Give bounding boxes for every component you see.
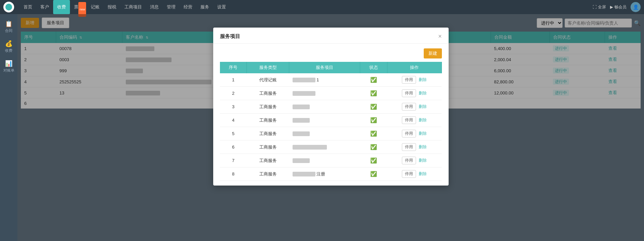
modal-cell-action[interactable]: 停用 删除 xyxy=(387,140,442,154)
sidebar-item-contract[interactable]: 📋 合同 xyxy=(1,17,17,36)
nav-fee[interactable]: 收费 xyxy=(53,0,70,14)
stop-button[interactable]: 停用 xyxy=(402,170,416,178)
main-content: 新增 服务项目 进行中 已完成 已终止 🔍 序号 合同编码 ⇅ xyxy=(17,14,644,241)
modal-cell-item: ██████ xyxy=(289,127,360,140)
nav-tax[interactable]: 报税 xyxy=(104,0,120,14)
avatar[interactable]: 👤 xyxy=(631,2,641,12)
delete-button[interactable]: 删除 xyxy=(419,158,427,163)
modal-cell-action[interactable]: 停用 删除 xyxy=(387,127,442,140)
stop-button[interactable]: 停用 xyxy=(402,103,416,111)
list-item: 7 工商服务 ██████ ✅ 停用 删除 xyxy=(220,154,442,167)
modal-header: 服务项目 × xyxy=(213,28,449,44)
main-layout: 📋 合同 💰 收费 📊 对账单 新增 服务项目 进行中 已完成 已终止 xyxy=(0,14,644,241)
fee-icon: 💰 xyxy=(2,40,15,47)
delete-button[interactable]: 删除 xyxy=(419,90,427,96)
modal-overlay: 服务项目 × 新建 序号 服务类型 服务项目 xyxy=(17,14,644,241)
stop-button[interactable]: 停用 xyxy=(402,143,416,151)
stop-button[interactable]: 停用 xyxy=(402,89,416,97)
status-check-icon: ✅ xyxy=(370,131,377,136)
nav-home[interactable]: 首页 xyxy=(20,0,36,14)
sidebar-item-fee[interactable]: 💰 收费 xyxy=(1,37,17,56)
modal-cell-seq: 2 xyxy=(220,87,247,100)
list-item: 6 工商服务 ████████████ ✅ 停用 删除 xyxy=(220,140,442,154)
stop-button[interactable]: 停用 xyxy=(402,116,416,124)
modal-cell-item: ████████████ xyxy=(289,140,360,154)
modal-cell-item: ████████ 注册 xyxy=(289,167,360,181)
modal-cell-type: 工商服务 xyxy=(247,154,289,167)
delete-button[interactable]: 删除 xyxy=(419,117,427,123)
modal-cell-action[interactable]: 停用 删除 xyxy=(387,154,442,167)
modal-cell-status: ✅ xyxy=(360,154,387,167)
modal-cell-type: 代理记账 xyxy=(247,73,289,87)
modal-cell-status: ✅ xyxy=(360,167,387,181)
modal-cell-seq: 6 xyxy=(220,140,247,154)
sidebar-item-reconcile[interactable]: 📊 对账单 xyxy=(1,57,17,76)
logo xyxy=(3,2,14,12)
nav-invoice[interactable]: 票据 new xyxy=(70,0,87,14)
nav-operation[interactable]: 经营 xyxy=(180,0,196,14)
vip-button[interactable]: ▶ 畅会员 xyxy=(610,4,627,10)
nav-business[interactable]: 工商项目 xyxy=(120,0,146,14)
modal-cell-item: ████████ 1 xyxy=(289,73,360,87)
top-nav-right: ⛶ 全屏 ▶ 畅会员 👤 xyxy=(593,2,641,12)
sidebar: 📋 合同 💰 收费 📊 对账单 xyxy=(0,14,17,241)
modal-col-type: 服务类型 xyxy=(247,62,289,73)
avatar-icon: 👤 xyxy=(633,4,639,10)
modal-cell-item: ██████ xyxy=(289,114,360,127)
status-check-icon: ✅ xyxy=(370,144,377,150)
nav-customer[interactable]: 客户 xyxy=(36,0,53,14)
modal-cell-seq: 8 xyxy=(220,167,247,181)
list-item: 1 代理记账 ████████ 1 ✅ 停用 删除 xyxy=(220,73,442,87)
modal-cell-seq: 4 xyxy=(220,114,247,127)
modal-cell-action[interactable]: 停用 删除 xyxy=(387,114,442,127)
modal-cell-seq: 3 xyxy=(220,100,247,114)
delete-button[interactable]: 删除 xyxy=(419,77,427,83)
nav-settings[interactable]: 设置 xyxy=(213,0,230,14)
modal-cell-action[interactable]: 停用 删除 xyxy=(387,100,442,114)
modal-close-button[interactable]: × xyxy=(438,33,442,40)
logo-icon xyxy=(5,4,12,10)
stop-button[interactable]: 停用 xyxy=(402,157,416,164)
list-item: 8 工商服务 ████████ 注册 ✅ 停用 删除 xyxy=(220,167,442,181)
modal-cell-item: ██████ xyxy=(289,154,360,167)
modal-cell-type: 工商服务 xyxy=(247,87,289,100)
modal-col-item: 服务项目 xyxy=(289,62,360,73)
delete-button[interactable]: 删除 xyxy=(419,131,427,136)
modal-col-seq: 序号 xyxy=(220,62,247,73)
delete-button[interactable]: 删除 xyxy=(419,104,427,110)
sidebar-fee-label: 收费 xyxy=(2,48,15,53)
modal-col-status: 状态 xyxy=(360,62,387,73)
service-items-modal: 服务项目 × 新建 序号 服务类型 服务项目 xyxy=(213,28,449,186)
nav-bookkeeping[interactable]: 记账 xyxy=(87,0,104,14)
fullscreen-button[interactable]: ⛶ 全屏 xyxy=(593,4,606,10)
top-navigation: 首页 客户 收费 票据 new 记账 报税 工商项目 消息 管理 经营 服务 设… xyxy=(0,0,644,14)
modal-cell-seq: 7 xyxy=(220,154,247,167)
modal-cell-action[interactable]: 停用 删除 xyxy=(387,87,442,100)
modal-cell-status: ✅ xyxy=(360,114,387,127)
list-item: 4 工商服务 ██████ ✅ 停用 删除 xyxy=(220,114,442,127)
status-check-icon: ✅ xyxy=(370,158,377,163)
vip-icon: ▶ xyxy=(610,5,613,9)
modal-new-button[interactable]: 新建 xyxy=(424,48,442,58)
service-items-table: 序号 服务类型 服务项目 状态 操作 1 代理记账 xyxy=(220,62,442,181)
modal-cell-item: ████████ xyxy=(289,87,360,100)
nav-manage[interactable]: 管理 xyxy=(163,0,180,14)
modal-cell-action[interactable]: 停用 删除 xyxy=(387,167,442,181)
delete-button[interactable]: 删除 xyxy=(419,171,427,177)
modal-title: 服务项目 xyxy=(220,33,240,40)
list-item: 2 工商服务 ████████ ✅ 停用 删除 xyxy=(220,87,442,100)
status-check-icon: ✅ xyxy=(370,171,377,177)
nav-service[interactable]: 服务 xyxy=(196,0,213,14)
contract-icon: 📋 xyxy=(2,20,15,28)
stop-button[interactable]: 停用 xyxy=(402,130,416,137)
delete-button[interactable]: 删除 xyxy=(419,144,427,150)
modal-cell-item: ██████ xyxy=(289,100,360,114)
modal-toolbar: 新建 xyxy=(220,48,442,58)
modal-cell-action[interactable]: 停用 删除 xyxy=(387,73,442,87)
stop-button[interactable]: 停用 xyxy=(402,76,416,84)
nav-message[interactable]: 消息 xyxy=(146,0,163,14)
fullscreen-icon: ⛶ xyxy=(593,5,597,9)
modal-cell-seq: 5 xyxy=(220,127,247,140)
sidebar-contract-label: 合同 xyxy=(2,28,15,33)
modal-cell-status: ✅ xyxy=(360,73,387,87)
